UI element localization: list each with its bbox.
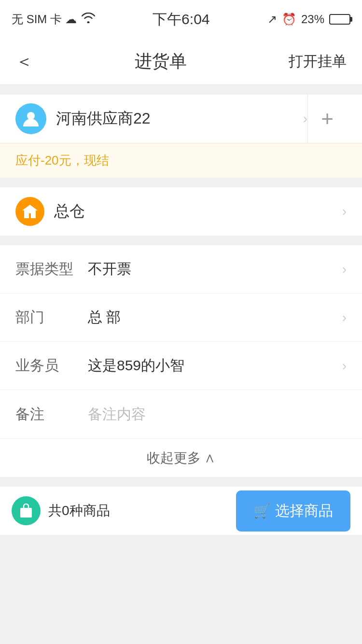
supplier-section: 河南供应商22 › + — [0, 95, 362, 143]
status-bar: 无 SIM 卡 ☁ 下午6:04 ↗ ⏰ 23% — [0, 0, 362, 39]
dept-label: 部门 — [15, 308, 73, 327]
select-goods-button[interactable]: 🛒 选择商品 — [236, 490, 350, 532]
back-button[interactable]: ＜ — [15, 50, 33, 73]
remark-row[interactable]: 备注 备注内容 — [0, 390, 362, 438]
staff-row[interactable]: 业务员 这是859的小智 › — [0, 342, 362, 390]
remark-input[interactable]: 备注内容 — [73, 405, 347, 424]
supplier-name: 河南供应商22 — [56, 108, 297, 129]
section-gap-1 — [0, 85, 362, 95]
sim-label: 无 SIM 卡 ☁ — [12, 12, 77, 27]
nav-bar: ＜ 进货单 打开挂单 — [0, 39, 362, 85]
bottom-bar: 共0种商品 🛒 选择商品 — [0, 487, 362, 535]
open-pending-button[interactable]: 打开挂单 — [289, 52, 347, 71]
page-title: 进货单 — [135, 50, 187, 73]
svg-rect-1 — [20, 508, 32, 518]
home-icon — [21, 203, 39, 220]
supplier-chevron-icon: › — [303, 111, 307, 126]
collapse-label: 收起更多 ∧ — [147, 449, 216, 467]
goods-icon — [12, 496, 41, 525]
staff-label: 业务员 — [15, 356, 73, 376]
invoice-value: 不开票 — [73, 259, 336, 279]
collapse-button[interactable]: 收起更多 ∧ — [0, 438, 362, 477]
warehouse-icon — [15, 197, 44, 226]
form-section: 票据类型 不开票 › 部门 总 部 › 业务员 这是859的小智 › 备注 备注… — [0, 245, 362, 438]
warehouse-chevron-icon: › — [342, 204, 347, 219]
svg-point-0 — [27, 112, 35, 120]
dept-value: 总 部 — [73, 308, 336, 327]
invoice-row[interactable]: 票据类型 不开票 › — [0, 245, 362, 294]
invoice-label: 票据类型 — [15, 259, 73, 279]
supplier-avatar — [15, 103, 46, 134]
status-right: ↗ ⏰ 23% — [267, 13, 350, 26]
status-left: 无 SIM 卡 ☁ — [12, 12, 95, 27]
dept-chevron-icon: › — [342, 310, 347, 325]
person-icon — [21, 109, 41, 128]
location-icon: ↗ — [267, 13, 277, 26]
remark-label: 备注 — [15, 405, 73, 424]
goods-count: 共0种商品 — [48, 502, 236, 520]
battery-icon — [329, 14, 350, 25]
warehouse-row[interactable]: 总仓 › — [15, 187, 347, 236]
warehouse-section: 总仓 › — [0, 187, 362, 236]
shopping-bag-icon — [17, 502, 35, 519]
dept-row[interactable]: 部门 总 部 › — [0, 294, 362, 342]
add-supplier-button[interactable]: + — [308, 95, 347, 143]
warehouse-name: 总仓 — [54, 201, 336, 222]
alarm-icon: ⏰ — [282, 13, 296, 26]
invoice-chevron-icon: › — [342, 262, 347, 277]
select-goods-label: 选择商品 — [275, 501, 333, 521]
notice-bar: 应付-20元，现结 — [0, 143, 362, 178]
supplier-row[interactable]: 河南供应商22 › — [15, 95, 308, 143]
status-time: 下午6:04 — [153, 10, 209, 29]
wifi-icon — [82, 13, 95, 26]
staff-chevron-icon: › — [342, 358, 347, 374]
staff-value: 这是859的小智 — [73, 356, 336, 376]
select-goods-icon: 🛒 — [253, 503, 270, 519]
battery-percent: 23% — [301, 13, 324, 26]
